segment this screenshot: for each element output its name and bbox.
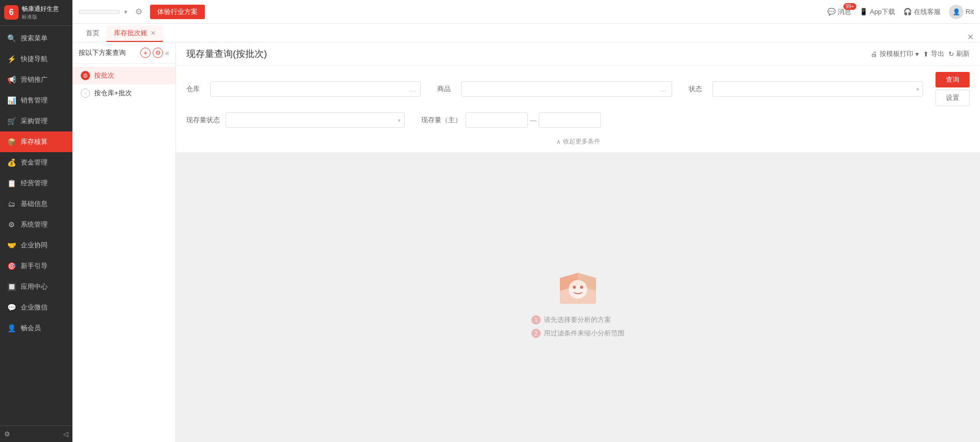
sidebar-item-basic-info[interactable]: 🗂 基础信息 bbox=[0, 194, 72, 214]
action-buttons: 查询 设置 bbox=[936, 72, 970, 106]
tab-close-button[interactable]: ✕ bbox=[151, 30, 156, 37]
sidebar-item-sales[interactable]: 📊 销售管理 bbox=[0, 90, 72, 111]
sidebar-item-purchase[interactable]: 🛒 采购管理 bbox=[0, 111, 72, 131]
export-button[interactable]: ⬆ 导出 bbox=[923, 49, 944, 58]
filter-row-2: 现存量状态 ▾ 现存量（主） — bbox=[186, 112, 970, 128]
sidebar-settings-button[interactable]: ⚙ bbox=[4, 430, 10, 438]
breadcrumb-dropdown-button[interactable]: ▾ bbox=[124, 8, 127, 16]
scheme-header-title: 按以下方案查询 bbox=[79, 48, 126, 57]
service-icon: 🎧 bbox=[903, 8, 912, 16]
sidebar-item-search-menu[interactable]: 🔍 搜索菜单 bbox=[0, 28, 72, 49]
stock-amount-max-input[interactable] bbox=[539, 112, 601, 128]
enterprise-icon: 🤝 bbox=[6, 240, 17, 251]
more-icon: … bbox=[409, 85, 416, 93]
svg-point-4 bbox=[573, 286, 576, 289]
main-area: ▾ ⚙ 体验行业方案 💬 消息 99+ 📱 App下载 🎧 在线客服 bbox=[72, 0, 980, 442]
hint-text-1: 请先选择要分析的方案 bbox=[544, 315, 611, 325]
warehouse-filter: 仓库 … bbox=[186, 81, 421, 97]
svg-point-5 bbox=[580, 286, 583, 289]
filter-row-1: 仓库 … 商品 … bbox=[186, 72, 970, 106]
print-button[interactable]: 🖨 按模板打印 ▾ bbox=[871, 49, 919, 58]
system-icon: ⚙ bbox=[6, 219, 17, 230]
query-button[interactable]: 查询 bbox=[936, 72, 970, 87]
product-more-button[interactable]: … bbox=[656, 85, 672, 93]
sidebar-item-finance[interactable]: 💰 资金管理 bbox=[0, 152, 72, 173]
mobile-icon: 📱 bbox=[859, 8, 868, 16]
online-service-item[interactable]: 🎧 在线客服 bbox=[903, 7, 941, 17]
page-header: 现存量查询(按批次) 🖨 按模板打印 ▾ ⬆ 导出 ↻ 刷新 bbox=[176, 42, 980, 66]
message-icon: 💬 bbox=[827, 8, 836, 16]
sidebar-item-app-center[interactable]: 🔲 应用中心 bbox=[0, 276, 72, 297]
marketing-icon: 📢 bbox=[6, 75, 17, 85]
scheme-collapse-button[interactable]: « bbox=[165, 49, 169, 57]
empty-illustration bbox=[547, 257, 609, 309]
scheme-item-warehouse-batch-label: 按仓库+批次 bbox=[94, 89, 132, 98]
scheme-panel: 按以下方案查询 + ⚙ « ⚙ 按批次 ○ 按仓库+批次 bbox=[72, 42, 176, 442]
sidebar-collapse-button[interactable]: ◁ bbox=[63, 430, 68, 438]
scheme-active-dot: ⚙ bbox=[81, 71, 90, 80]
app-download-item[interactable]: 📱 App下载 bbox=[859, 7, 895, 17]
refresh-button[interactable]: ↻ 刷新 bbox=[948, 49, 970, 58]
empty-hints: 1 请先选择要分析的方案 2 用过滤条件来缩小分析范围 bbox=[531, 315, 625, 338]
warehouse-input-wrapper: … bbox=[210, 81, 421, 97]
empty-hint-1: 1 请先选择要分析的方案 bbox=[531, 315, 625, 325]
tab-inventory-batch[interactable]: 库存批次账 ✕ bbox=[107, 25, 163, 42]
hint-number-1: 1 bbox=[531, 315, 541, 325]
sidebar-item-quick-nav[interactable]: ⚡ 快捷导航 bbox=[0, 49, 72, 69]
product-more-icon: … bbox=[660, 85, 667, 93]
product-input-wrapper: … bbox=[461, 81, 672, 97]
empty-state: 1 请先选择要分析的方案 2 用过滤条件来缩小分析范围 bbox=[176, 153, 980, 442]
page-content: 按以下方案查询 + ⚙ « ⚙ 按批次 ○ 按仓库+批次 bbox=[72, 42, 980, 442]
stock-amount-min-input[interactable] bbox=[466, 112, 528, 128]
inventory-icon: 📦 bbox=[6, 137, 17, 147]
gear-icon: ⚙ bbox=[4, 430, 10, 438]
stock-amount-label: 现存量（主） bbox=[421, 115, 463, 125]
tab-close-right-button[interactable]: ✕ bbox=[967, 32, 974, 42]
sidebar: 6 畅康通好生意 标准版 🔍 搜索菜单 ⚡ 快捷导航 📢 营销推广 📊 销售管理… bbox=[0, 0, 72, 442]
status-select[interactable] bbox=[712, 81, 923, 97]
app-logo: 6 bbox=[4, 5, 19, 20]
weixin-icon: 💬 bbox=[6, 302, 17, 313]
sidebar-item-system[interactable]: ⚙ 系统管理 bbox=[0, 214, 72, 235]
topbar-settings-button[interactable]: ⚙ bbox=[131, 5, 146, 19]
filter-settings-button[interactable]: 设置 bbox=[936, 90, 970, 106]
stock-status-select[interactable] bbox=[226, 112, 405, 128]
sidebar-item-marketing[interactable]: 📢 营销推广 bbox=[0, 69, 72, 90]
sidebar-item-operations[interactable]: 📋 经营管理 bbox=[0, 173, 72, 194]
experience-button[interactable]: 体验行业方案 bbox=[150, 5, 205, 19]
collapse-label: 收起更多条件 bbox=[563, 137, 600, 146]
collapse-icon: ◁ bbox=[63, 430, 68, 438]
warehouse-input[interactable] bbox=[211, 85, 405, 93]
vip-icon: 👤 bbox=[6, 323, 17, 333]
content-area: 现存量查询(按批次) 🖨 按模板打印 ▾ ⬆ 导出 ↻ 刷新 bbox=[176, 42, 980, 442]
svg-point-3 bbox=[569, 280, 587, 299]
scheme-item-warehouse-batch[interactable]: ○ 按仓库+批次 bbox=[72, 84, 175, 102]
user-item[interactable]: 👤 Rit bbox=[949, 5, 974, 19]
page-actions: 🖨 按模板打印 ▾ ⬆ 导出 ↻ 刷新 bbox=[871, 49, 970, 58]
messages-badge: 99+ bbox=[843, 3, 856, 10]
topbar: ▾ ⚙ 体验行业方案 💬 消息 99+ 📱 App下载 🎧 在线客服 bbox=[72, 0, 980, 24]
status-label: 状态 bbox=[689, 84, 709, 94]
breadcrumb bbox=[79, 10, 120, 14]
sidebar-item-enterprise[interactable]: 🤝 企业协同 bbox=[0, 235, 72, 256]
user-name: Rit bbox=[966, 8, 974, 16]
sidebar-item-vip[interactable]: 👤 畅会员 bbox=[0, 318, 72, 338]
status-select-wrapper: ▾ bbox=[712, 81, 923, 97]
basic-info-icon: 🗂 bbox=[6, 199, 17, 209]
product-input[interactable] bbox=[462, 85, 656, 93]
scheme-add-button[interactable]: + bbox=[140, 48, 151, 58]
operations-icon: 📋 bbox=[6, 178, 17, 188]
messages-item[interactable]: 💬 消息 99+ bbox=[827, 7, 851, 17]
collapse-more-button[interactable]: ∧ 收起更多条件 bbox=[186, 134, 970, 146]
tab-home[interactable]: 首页 bbox=[79, 25, 107, 42]
online-service-label: 在线客服 bbox=[914, 7, 941, 17]
sidebar-item-tutorial[interactable]: 🎯 新手引导 bbox=[0, 256, 72, 276]
sidebar-item-inventory[interactable]: 📦 库存核算 bbox=[0, 131, 72, 152]
empty-hint-2: 2 用过滤条件来缩小分析范围 bbox=[531, 329, 625, 338]
sidebar-item-weixin[interactable]: 💬 企业微信 bbox=[0, 297, 72, 318]
scheme-item-batch[interactable]: ⚙ 按批次 bbox=[72, 67, 175, 84]
export-icon: ⬆ bbox=[923, 50, 929, 58]
warehouse-more-button[interactable]: … bbox=[405, 85, 420, 93]
topbar-left: ▾ ⚙ 体验行业方案 bbox=[79, 5, 823, 19]
scheme-settings-button[interactable]: ⚙ bbox=[153, 48, 163, 58]
